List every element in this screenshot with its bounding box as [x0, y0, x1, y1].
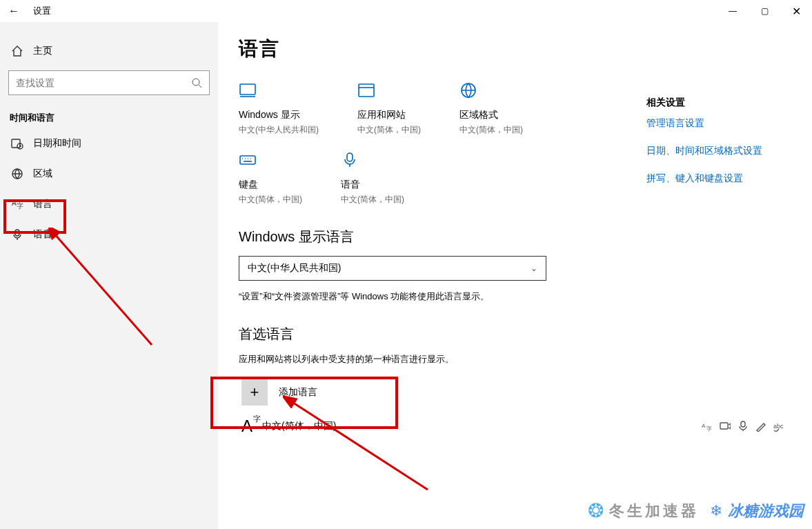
keyboard-icon [239, 151, 257, 169]
page-title: 语言 [239, 36, 784, 62]
link-datetime-region-format[interactable]: 日期、时间和区域格式设置 [646, 145, 784, 157]
display-language-dropdown[interactable]: 中文(中华人民共和国) ⌄ [239, 256, 546, 281]
tile-sub: 中文(简体，中国) [239, 194, 302, 206]
svg-text:A: A [702, 423, 706, 429]
section-display-language: Windows 显示语言 [239, 228, 784, 246]
sidebar-item-language[interactable]: A字 语言 [0, 189, 218, 219]
chevron-down-icon: ⌄ [531, 263, 537, 273]
search-input[interactable] [16, 77, 191, 88]
window-icon [357, 81, 375, 99]
watermark-text-1: 冬生加速器 [609, 501, 699, 521]
svg-rect-23 [741, 421, 745, 427]
microphone-icon [11, 228, 23, 241]
add-language-button[interactable]: + 添加语言 [239, 377, 784, 408]
translate-icon: A字 [702, 421, 713, 432]
watermark-logo-2: ❄ [710, 502, 722, 520]
microphone-icon [341, 151, 359, 169]
tile-label: 应用和网站 [357, 109, 421, 121]
language-feature-badges: A字 abc [702, 421, 784, 432]
back-button[interactable]: ← [0, 5, 28, 17]
related-settings-title: 相关设置 [646, 97, 784, 109]
tile-sub: 中文(简体，中国) [341, 194, 404, 206]
tile-sub: 中文(中华人民共和国) [239, 124, 319, 136]
calendar-clock-icon [11, 137, 23, 150]
tile-keyboard[interactable]: 键盘 中文(简体，中国) [239, 151, 302, 206]
plus-icon: + [241, 379, 268, 406]
svg-point-0 [192, 79, 199, 86]
sidebar-item-label: 语言 [33, 198, 52, 210]
search-icon [191, 77, 202, 88]
tile-label: 区域格式 [459, 109, 523, 121]
watermark-text-2: 冰糖游戏园 [728, 501, 804, 521]
tile-label: Windows 显示 [239, 109, 319, 121]
dropdown-value: 中文(中华人民共和国) [248, 262, 341, 275]
svg-line-1 [199, 85, 201, 88]
tile-sub: 中文(简体，中国) [459, 124, 523, 136]
handwriting-icon [755, 421, 766, 432]
svg-text:字: 字 [706, 426, 712, 432]
language-item[interactable]: A字 中文(简体，中国) A字 abc [239, 417, 784, 436]
tile-windows-display[interactable]: Windows 显示 中文(中华人民共和国) [239, 81, 319, 136]
related-settings: 相关设置 管理语言设置 日期、时间和区域格式设置 拼写、键入和键盘设置 [646, 97, 784, 200]
sidebar-item-speech[interactable]: 语音 [0, 219, 218, 250]
main-content: 语言 Windows 显示 中文(中华人民共和国) 应用和网站 中文(简体，中国… [218, 22, 812, 529]
microphone-icon [737, 421, 749, 432]
globe-icon [459, 81, 477, 99]
section-preferred-languages: 首选语言 [239, 325, 784, 343]
svg-rect-10 [359, 84, 374, 97]
watermark-logo-1: ❂ [588, 499, 604, 522]
tile-label: 语音 [341, 179, 404, 191]
sidebar-item-region[interactable]: 区域 [0, 159, 218, 189]
tile-sub: 中文(简体，中国) [357, 124, 421, 136]
svg-text:字: 字 [17, 202, 23, 210]
link-manage-language[interactable]: 管理语言设置 [646, 117, 784, 130]
svg-text:abc: abc [773, 423, 784, 430]
sidebar-item-label: 语音 [33, 228, 52, 241]
svg-rect-22 [720, 423, 728, 429]
tile-speech[interactable]: 语音 中文(简体，中国) [341, 151, 404, 206]
globe-icon [11, 168, 23, 180]
svg-rect-19 [347, 153, 353, 161]
sidebar-home-label: 主页 [33, 45, 52, 57]
monitor-icon [239, 81, 257, 99]
close-button[interactable]: ✕ [780, 0, 812, 22]
link-spelling-typing-keyboard[interactable]: 拼写、键入和键盘设置 [646, 172, 784, 185]
language-name: 中文(简体，中国) [262, 420, 702, 432]
tile-label: 键盘 [239, 179, 302, 191]
sidebar-item-label: 区域 [33, 168, 52, 180]
svg-rect-13 [240, 156, 255, 164]
maximize-button[interactable]: ▢ [749, 0, 780, 22]
sidebar-home[interactable]: 主页 [0, 36, 218, 66]
language-icon: A字 [11, 198, 23, 210]
spellcheck-icon: abc [773, 421, 784, 432]
watermark: ❂ 冬生加速器 ❄ 冰糖游戏园 [588, 499, 804, 522]
sidebar-section-title: 时间和语言 [0, 95, 218, 128]
svg-text:A: A [12, 199, 17, 207]
tts-icon [720, 421, 731, 432]
preferred-languages-hint: 应用和网站将以列表中受支持的第一种语言进行显示。 [239, 353, 570, 366]
sidebar-item-datetime[interactable]: 日期和时间 [0, 128, 218, 159]
sidebar: 主页 时间和语言 日期和时间 区域 A字 语言 语音 [0, 22, 218, 529]
add-language-label: 添加语言 [279, 386, 317, 399]
search-input-wrap[interactable] [8, 70, 210, 95]
tile-regional-format[interactable]: 区域格式 中文(简体，中国) [459, 81, 523, 136]
display-language-hint: “设置”和“文件资源管理器”等 Windows 功能将使用此语言显示。 [239, 290, 570, 303]
language-letter-icon: A字 [241, 417, 252, 436]
window-title: 设置 [33, 5, 51, 17]
minimize-button[interactable]: — [717, 0, 749, 22]
svg-rect-7 [15, 230, 19, 236]
sidebar-item-label: 日期和时间 [33, 137, 81, 150]
home-icon [11, 45, 23, 57]
tile-apps-websites[interactable]: 应用和网站 中文(简体，中国) [357, 81, 421, 136]
svg-rect-8 [240, 84, 255, 94]
